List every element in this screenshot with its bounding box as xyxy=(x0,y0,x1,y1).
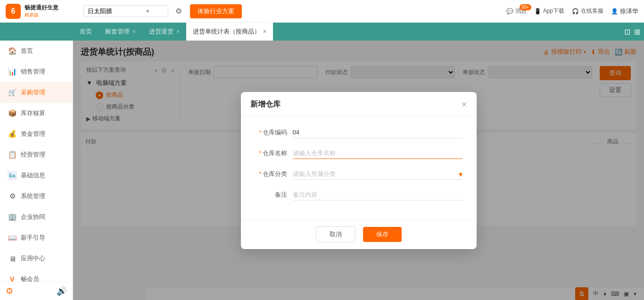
warehouse-remark-label: 备注 xyxy=(255,191,293,199)
sidebar-label-app: 应用中心 xyxy=(21,254,45,263)
sidebar-item-guide[interactable]: 📖 新手引导 xyxy=(0,227,73,248)
logo-icon: 6 xyxy=(6,4,21,19)
phone-icon: 📱 xyxy=(534,8,541,15)
purchase-icon: 🛒 xyxy=(8,88,17,97)
try-industry-button[interactable]: 体验行业方案 xyxy=(190,4,242,18)
tab-home[interactable]: 首页 xyxy=(73,23,99,41)
tab-stats[interactable]: 进货单统计表（按商品） × xyxy=(186,23,273,41)
guide-icon: 📖 xyxy=(8,233,17,242)
sales-icon: 📊 xyxy=(8,67,17,76)
sidebar-item-finance[interactable]: 💰 资金管理 xyxy=(0,124,73,144)
sidebar-bottom: ⚙ 🔊 xyxy=(0,282,73,300)
sidebar-item-operations[interactable]: 📋 经营管理 xyxy=(0,144,73,165)
warehouse-code-field: *仓库编码 xyxy=(255,127,462,138)
sidebar-item-purchase[interactable]: 🛒 采购管理 xyxy=(0,82,73,103)
tab-bar-controls: ⊡ ⊞ xyxy=(624,27,644,36)
top-header: 6 畅捷通好生意 精易版 ▾ ⚙ 体验行业方案 💬 消息 99+ 📱 App下载… xyxy=(0,0,644,23)
enterprise-icon: 🏢 xyxy=(8,212,17,222)
modal-close-button[interactable]: × xyxy=(462,100,467,109)
user-name: 徐泽华 xyxy=(620,7,638,16)
sidebar: 🏠 首页 📊 销售管理 🛒 采购管理 📦 库存核算 💰 资金管理 📋 经营管理 … xyxy=(0,41,73,300)
tab-return[interactable]: 进货退货 × xyxy=(142,23,186,41)
user-avatar[interactable]: 👤 徐泽华 xyxy=(611,7,638,16)
home-icon: 🏠 xyxy=(8,46,17,56)
basic-icon: Ea xyxy=(8,171,17,180)
headset-icon: 🎧 xyxy=(572,8,579,15)
search-input[interactable] xyxy=(88,8,144,15)
message-icon: 💬 xyxy=(506,8,513,15)
system-icon: ⚙ xyxy=(8,192,17,201)
tab-close-return[interactable]: × xyxy=(176,28,180,35)
category-arrow-icon: ▾ xyxy=(459,169,462,178)
warehouse-category-select[interactable]: 请输入所属分类 xyxy=(293,168,462,180)
app-icon: 🖥 xyxy=(8,254,17,263)
warehouse-code-input[interactable] xyxy=(293,127,462,138)
finance-icon: 💰 xyxy=(8,129,17,139)
message-badge: 99+ xyxy=(520,4,531,10)
sidebar-item-system[interactable]: ⚙ 系统管理 xyxy=(0,186,73,207)
warehouse-name-label: *仓库名称 xyxy=(255,149,293,158)
search-box[interactable]: ▾ xyxy=(83,5,168,17)
sidebar-item-inventory[interactable]: 📦 库存核算 xyxy=(0,103,73,124)
header-search: ▾ ⚙ 体验行业方案 xyxy=(83,4,242,18)
warehouse-category-label: *仓库分类 xyxy=(255,170,293,178)
settings-icon[interactable]: ⚙ xyxy=(172,5,185,18)
modal-title: 新增仓库 xyxy=(250,100,281,109)
app-download-label: App下载 xyxy=(543,7,564,15)
warehouse-name-field: *仓库名称 xyxy=(255,148,462,159)
sidebar-label-purchase: 采购管理 xyxy=(21,88,45,97)
sidebar-label-basic: 基础信息 xyxy=(21,171,45,180)
tab-expand-icon[interactable]: ⊞ xyxy=(634,27,640,36)
sidebar-item-app[interactable]: 🖥 应用中心 xyxy=(0,248,73,269)
message-icon-item[interactable]: 💬 消息 99+ xyxy=(506,7,527,15)
modal-new-warehouse: 新增仓库 × *仓库编码 *仓库名称 xyxy=(241,92,477,249)
tab-close-stats[interactable]: × xyxy=(263,28,266,35)
cancel-button[interactable]: 取消 xyxy=(316,226,355,242)
main-layout: 🏠 首页 📊 销售管理 🛒 采购管理 📦 库存核算 💰 资金管理 📋 经营管理 … xyxy=(0,41,644,300)
avatar-icon: 👤 xyxy=(611,8,618,15)
warehouse-category-wrap: 请输入所属分类 ▾ xyxy=(293,168,462,180)
sidebar-label-home: 首页 xyxy=(21,47,33,55)
search-arrow-icon: ▾ xyxy=(146,8,149,15)
warehouse-name-input[interactable] xyxy=(293,148,462,159)
sidebar-label-finance: 资金管理 xyxy=(21,130,45,138)
sidebar-item-sales[interactable]: 📊 销售管理 xyxy=(0,61,73,82)
tab-bar: 首页 账套管理 × 进货退货 × 进货单统计表（按商品） × ⊡ ⊞ xyxy=(0,23,644,41)
sidebar-label-operations: 经营管理 xyxy=(21,150,45,159)
online-service-label: 在线客服 xyxy=(581,7,603,15)
inventory-icon: 📦 xyxy=(8,108,17,118)
sidebar-item-home[interactable]: 🏠 首页 xyxy=(0,41,73,61)
warehouse-remark-input[interactable] xyxy=(293,189,462,200)
operations-icon: 📋 xyxy=(8,150,17,159)
content-area: 进货单统计(按商品) 🖨 按模板打印 ▾ ⬇ 导出 🔄 刷新 xyxy=(73,41,644,300)
sidebar-label-system: 系统管理 xyxy=(21,192,45,200)
logo-area: 6 畅捷通好生意 精易版 xyxy=(6,4,79,19)
sidebar-item-enterprise[interactable]: 🏢 企业协同 xyxy=(0,207,73,227)
app-download-item[interactable]: 📱 App下载 xyxy=(534,7,564,15)
sidebar-label-enterprise: 企业协同 xyxy=(21,213,45,221)
sidebar-item-basic[interactable]: Ea 基础信息 xyxy=(0,165,73,186)
tab-account[interactable]: 账套管理 × xyxy=(99,23,142,41)
sidebar-speaker-icon[interactable]: 🔊 xyxy=(57,286,67,296)
sidebar-label-sales: 销售管理 xyxy=(21,67,45,76)
modal-body: *仓库编码 *仓库名称 *仓库分类 xyxy=(241,116,477,219)
tab-close-account[interactable]: × xyxy=(132,28,136,35)
header-right: 💬 消息 99+ 📱 App下载 🎧 在线客服 👤 徐泽华 xyxy=(506,7,638,16)
logo-text: 畅捷通好生意 精易版 xyxy=(25,4,58,18)
tab-restore-icon[interactable]: ⊡ xyxy=(624,27,630,36)
modal-header: 新增仓库 × xyxy=(241,92,477,116)
modal-overlay[interactable]: 新增仓库 × *仓库编码 *仓库名称 xyxy=(73,41,644,300)
online-service-item[interactable]: 🎧 在线客服 xyxy=(572,7,603,15)
sidebar-label-guide: 新手引导 xyxy=(21,233,45,242)
warehouse-remark-field: 备注 xyxy=(255,189,462,200)
save-button[interactable]: 保存 xyxy=(363,227,402,242)
sidebar-label-inventory: 库存核算 xyxy=(21,109,45,117)
warehouse-code-label: *仓库编码 xyxy=(255,128,293,137)
sidebar-settings-icon[interactable]: ⚙ xyxy=(6,286,13,296)
warehouse-category-field: *仓库分类 请输入所属分类 ▾ xyxy=(255,168,462,180)
modal-footer: 取消 保存 xyxy=(241,219,477,249)
